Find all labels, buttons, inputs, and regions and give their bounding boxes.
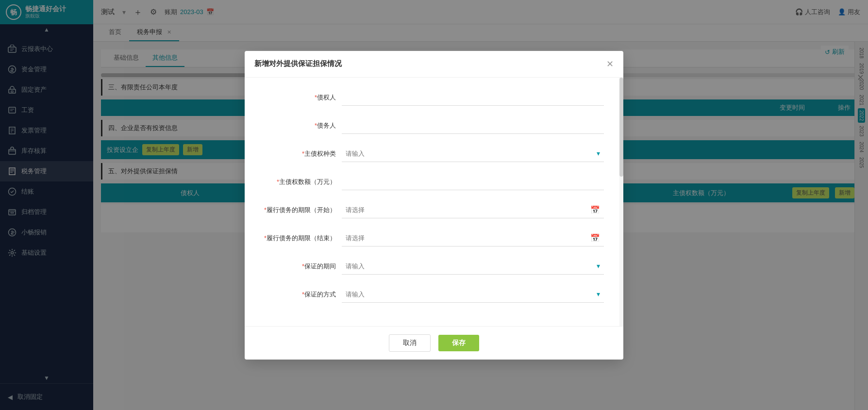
debtor-label: *债务人 <box>264 121 342 130</box>
obligation-end-input[interactable] <box>342 232 590 244</box>
guarantee-method-label: *保证的方式 <box>264 290 342 299</box>
form-row-debtor: *债务人 <box>264 117 604 134</box>
claim-type-arrow-icon[interactable]: ▾ <box>597 149 604 157</box>
claim-type-select[interactable]: ▾ <box>342 146 604 162</box>
guarantee-method-input[interactable] <box>342 289 597 300</box>
guarantee-period-select[interactable]: ▾ <box>342 258 604 275</box>
modal-body: *债权人 *债务人 *主债权种类 ▾ <box>245 78 623 326</box>
guarantee-period-input[interactable] <box>342 261 597 272</box>
start-calendar-icon[interactable]: 📅 <box>590 205 604 214</box>
claim-amount-label: *主债权数额（万元） <box>264 178 342 186</box>
cancel-button[interactable]: 取消 <box>389 334 431 352</box>
obligation-start-input[interactable] <box>342 204 590 215</box>
form-row-claim-type: *主债权种类 ▾ <box>264 146 604 162</box>
obligation-end-datepicker[interactable]: 📅 <box>342 230 604 246</box>
modal: 新增对外提供保证担保情况 ✕ *债权人 *债务人 *主债权种类 <box>245 51 623 360</box>
form-row-obligation-start: *履行债务的期限（开始） 📅 <box>264 202 604 218</box>
guarantee-period-label: *保证的期间 <box>264 262 342 271</box>
creditor-input[interactable] <box>342 89 604 106</box>
form-row-obligation-end: *履行债务的期限（结束） 📅 <box>264 230 604 246</box>
modal-scroll-thumb[interactable] <box>619 78 623 177</box>
claim-amount-input[interactable] <box>342 174 604 190</box>
modal-close-btn[interactable]: ✕ <box>606 59 614 69</box>
guarantee-method-select[interactable]: ▾ <box>342 286 604 303</box>
guarantee-period-arrow-icon[interactable]: ▾ <box>597 262 604 270</box>
debtor-input[interactable] <box>342 117 604 134</box>
form-row-guarantee-period: *保证的期间 ▾ <box>264 258 604 275</box>
modal-header: 新增对外提供保证担保情况 ✕ <box>245 51 623 78</box>
obligation-end-label: *履行债务的期限（结束） <box>264 234 342 243</box>
modal-footer: 取消 保存 <box>245 326 623 360</box>
claim-type-input[interactable] <box>342 148 597 159</box>
claim-type-label: *主债权种类 <box>264 149 342 158</box>
form-row-guarantee-method: *保证的方式 ▾ <box>264 286 604 303</box>
end-calendar-icon[interactable]: 📅 <box>590 233 604 243</box>
form-row-claim-amount: *主债权数额（万元） <box>264 174 604 190</box>
modal-scroll-track <box>619 78 623 326</box>
obligation-start-datepicker[interactable]: 📅 <box>342 202 604 218</box>
creditor-label: *债权人 <box>264 93 342 102</box>
form-row-creditor: *债权人 <box>264 89 604 106</box>
save-button[interactable]: 保存 <box>438 335 479 351</box>
modal-title: 新增对外提供保证担保情况 <box>254 59 342 68</box>
obligation-start-label: *履行债务的期限（开始） <box>264 206 342 214</box>
guarantee-method-arrow-icon[interactable]: ▾ <box>597 290 604 298</box>
modal-overlay[interactable]: 新增对外提供保证担保情况 ✕ *债权人 *债务人 *主债权种类 <box>0 0 868 410</box>
